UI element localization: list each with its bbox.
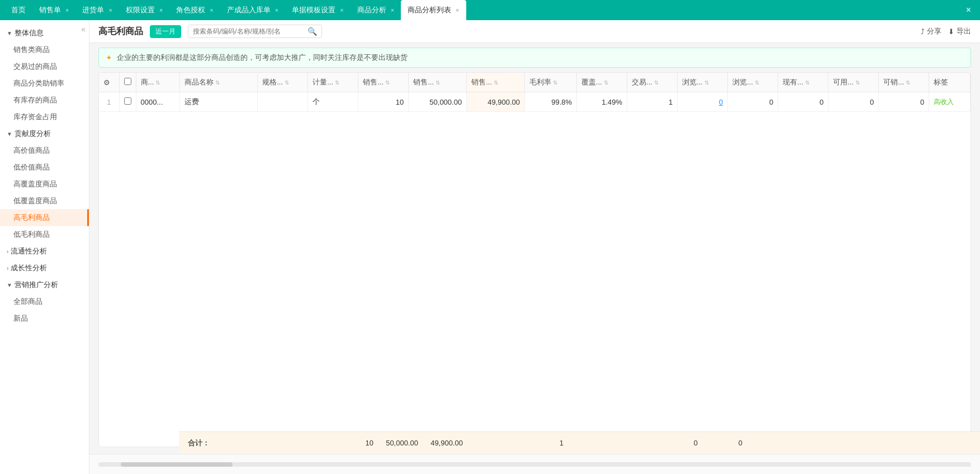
tab-product-analysis-list[interactable]: 商品分析列表 × (401, 0, 466, 20)
tab-purchase[interactable]: 进货单 × (75, 0, 119, 20)
sidebar-item-high-coverage[interactable]: 高覆盖度商品 (0, 176, 89, 193)
content-header: 高毛利商品 近一月 🔍 ⤴ 分享 ⬇ 导出 (89, 20, 980, 43)
col-gross-margin[interactable]: 毛利率 ⇅ (525, 73, 577, 92)
search-input[interactable] (193, 27, 305, 35)
tab-product-analysis-close[interactable]: × (391, 7, 394, 13)
footer-stock-current: 0 (657, 439, 702, 447)
row-checkbox[interactable] (124, 97, 131, 105)
tab-product-entry[interactable]: 产成品入库单 × (220, 0, 285, 20)
row-unit: 个 (308, 92, 358, 112)
tab-product-analysis-label: 商品分析 (357, 5, 386, 15)
tab-product-analysis-list-close[interactable]: × (456, 7, 459, 13)
sort-icon-transaction: ⇅ (654, 79, 659, 86)
search-icon[interactable]: 🔍 (307, 27, 317, 36)
col-settings[interactable]: ⚙ (99, 73, 119, 92)
data-table: ⚙ 商... ⇅ 商品名称 (99, 73, 970, 112)
col-code[interactable]: 商... ⇅ (136, 73, 180, 92)
col-sales-qty[interactable]: 销售... ⇅ (358, 73, 409, 92)
sidebar-item-sales-goods[interactable]: 销售类商品 (0, 41, 89, 58)
tab-product-entry-label: 产成品入库单 (227, 5, 271, 15)
tab-permission-close[interactable]: × (159, 7, 163, 13)
tab-product-entry-close[interactable]: × (275, 7, 278, 13)
col-sales-amount[interactable]: 销售... ⇅ (409, 73, 467, 92)
sidebar-item-high-value[interactable]: 高价值商品 (0, 142, 89, 159)
col-checkbox (119, 73, 136, 92)
page-title: 高毛利商品 (98, 26, 143, 37)
row-checkbox-cell (119, 92, 136, 112)
tab-template-close[interactable]: × (340, 7, 343, 13)
row-gross-margin: 99.8% (525, 92, 577, 112)
tab-purchase-close[interactable]: × (108, 7, 112, 13)
sidebar-collapse-button[interactable]: « (81, 25, 86, 34)
sidebar-item-low-margin[interactable]: 低毛利商品 (0, 226, 89, 243)
row-transaction: 1 (627, 92, 678, 112)
col-spec[interactable]: 规格... ⇅ (258, 73, 308, 92)
sidebar-group-growth[interactable]: › 成长性分析 (0, 260, 89, 276)
tab-template[interactable]: 单据模板设置 × (285, 0, 350, 20)
export-button[interactable]: ⬇ 导出 (948, 26, 971, 36)
sidebar-group-flow[interactable]: › 流通性分析 (0, 243, 89, 260)
time-filter-button[interactable]: 近一月 (150, 25, 181, 38)
tab-home[interactable]: 首页 (4, 0, 32, 20)
sidebar-group-contribution-label: 贡献度分析 (15, 129, 51, 139)
horizontal-scrollbar-track[interactable] (98, 462, 971, 467)
window-close-button[interactable]: × (962, 5, 976, 15)
footer-spacer1 (221, 439, 333, 447)
sidebar-item-category-rate[interactable]: 商品分类助销率 (0, 75, 89, 92)
content-area: 高毛利商品 近一月 🔍 ⤴ 分享 ⬇ 导出 ✦ 企业的主要的利润都是这部分商品创… (89, 20, 980, 474)
sidebar-item-low-coverage[interactable]: 低覆盖度商品 (0, 193, 89, 209)
tab-permission[interactable]: 权限设置 × (119, 0, 169, 20)
tab-purchase-label: 进货单 (82, 5, 104, 15)
row-browse2: 0 (728, 92, 778, 112)
footer-values: 10 50,000.00 49,900.00 1 0 0 (221, 439, 971, 447)
row-sales-amount: 50,000.00 (409, 92, 467, 112)
col-browse2[interactable]: 浏览... ⇅ (728, 73, 778, 92)
sidebar-item-new-goods[interactable]: 新品 (0, 310, 89, 327)
sidebar-item-in-stock[interactable]: 有库存的商品 (0, 92, 89, 109)
sidebar-group-marketing[interactable]: ▼ 营销推广分析 (0, 276, 89, 293)
tab-sales[interactable]: 销售单 × (32, 0, 75, 20)
footer-browse1 (568, 439, 613, 447)
footer-transaction: 1 (523, 439, 568, 447)
sidebar-group-overall[interactable]: ▼ 整体信息 (0, 25, 89, 41)
sort-icon-browse2: ⇅ (755, 79, 759, 86)
select-all-checkbox[interactable] (124, 78, 131, 85)
sidebar-item-all-goods[interactable]: 全部商品 (0, 293, 89, 310)
header-actions: ⤴ 分享 ⬇ 导出 (921, 26, 971, 36)
row-sales-qty: 10 (358, 92, 409, 112)
tab-template-label: 单据模板设置 (292, 5, 335, 15)
col-coverage[interactable]: 覆盖... ⇅ (577, 73, 627, 92)
col-unit[interactable]: 计量... ⇅ (308, 73, 358, 92)
sidebar-group-marketing-label: 营销推广分析 (15, 280, 58, 290)
sidebar: « ▼ 整体信息 销售类商品 交易过的商品 商品分类助销率 有库存的商品 库存资… (0, 20, 89, 474)
sidebar-group-contribution-arrow: ▼ (7, 131, 12, 137)
tab-sales-close[interactable]: × (65, 7, 69, 13)
col-stock-current[interactable]: 现有... ⇅ (778, 73, 828, 92)
row-stock-sale: 0 (879, 92, 929, 112)
sidebar-group-overall-label: 整体信息 (15, 28, 44, 38)
sort-icon-sales-profit: ⇅ (494, 79, 498, 86)
row-name: 运费 (180, 92, 258, 112)
bottom-scrollbar (89, 454, 980, 474)
row-coverage: 1.49% (577, 92, 627, 112)
share-button[interactable]: ⤴ 分享 (921, 26, 941, 36)
sidebar-group-contribution[interactable]: ▼ 贡献度分析 (0, 125, 89, 142)
col-stock-available[interactable]: 可用... ⇅ (828, 73, 879, 92)
tab-role-close[interactable]: × (210, 7, 213, 13)
sidebar-group-flow-arrow: › (7, 248, 8, 255)
tab-product-analysis[interactable]: 商品分析 × (351, 0, 401, 20)
sidebar-item-low-value[interactable]: 低价值商品 (0, 159, 89, 176)
col-sales-profit[interactable]: 销售... ⇅ (467, 73, 525, 92)
sidebar-item-high-margin[interactable]: 高毛利商品 (0, 209, 89, 226)
sidebar-item-stock-capital[interactable]: 库存资金占用 (0, 109, 89, 125)
tab-role[interactable]: 角色授权 × (169, 0, 220, 20)
col-browse1[interactable]: 浏览... ⇅ (678, 73, 728, 92)
col-stock-sale[interactable]: 可销... ⇅ (879, 73, 929, 92)
col-transaction[interactable]: 交易... ⇅ (627, 73, 678, 92)
horizontal-scrollbar-thumb[interactable] (121, 462, 233, 467)
sidebar-item-traded-goods[interactable]: 交易过的商品 (0, 58, 89, 75)
sidebar-group-marketing-arrow: ▼ (7, 282, 12, 288)
main-layout: « ▼ 整体信息 销售类商品 交易过的商品 商品分类助销率 有库存的商品 库存资… (0, 20, 980, 474)
row-index: 1 (99, 92, 119, 112)
col-name[interactable]: 商品名称 ⇅ (180, 73, 258, 92)
